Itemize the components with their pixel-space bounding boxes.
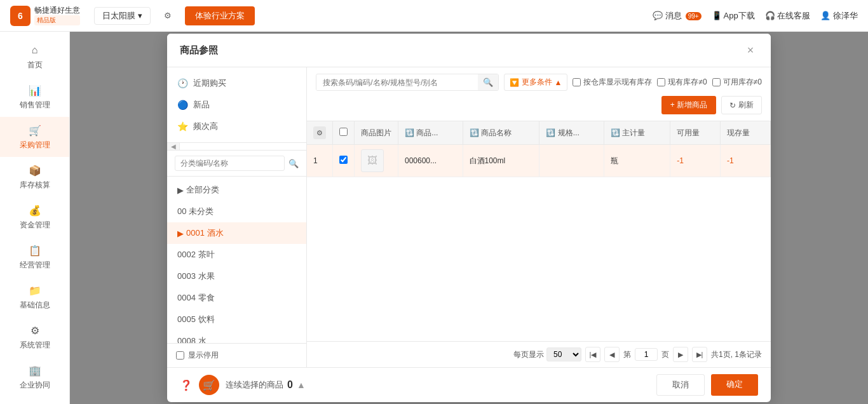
checkbox-available-text: 可用库存≠0 [723, 77, 762, 88]
add-product-button[interactable]: + 新增商品 [661, 96, 716, 114]
sidebar-item-home[interactable]: ⌂ 首页 [0, 37, 69, 77]
th-unit: 🔃 主计量 [604, 121, 670, 145]
category-0008[interactable]: 0008 水 [167, 330, 306, 343]
category-0001[interactable]: ▶ 0001 酒水 [167, 222, 306, 244]
sales-icon: 📊 [28, 83, 42, 97]
sidebar-item-inventory[interactable]: 📦 库存核算 [0, 157, 69, 197]
first-page-button[interactable]: |◀ [585, 347, 600, 362]
sidebar-item-sales[interactable]: 📊 销售管理 [0, 77, 69, 117]
checkbox-warehouse[interactable] [573, 78, 581, 86]
tab-frequent[interactable]: ⭐ 频次高 [167, 116, 306, 137]
checkbox-warehouse-label[interactable]: 按仓库显示现有库存 [573, 77, 652, 88]
checkbox-available-label[interactable]: 可用库存≠0 [712, 77, 762, 88]
modal-overlay: 商品参照 × 🕐 近期购买 🔵 [70, 32, 868, 404]
sidebar-item-finance[interactable]: 💰 资金管理 [0, 197, 69, 237]
modal-footer: ❓ 🛒 连续选择的商品 0 ▲ 取消 确定 [167, 367, 771, 402]
category-0001-arrow: ▶ [177, 229, 184, 238]
last-page-button[interactable]: ▶| [692, 347, 707, 362]
toolbar-right: + 新增商品 ↻ 刷新 [661, 96, 762, 114]
th-name: 🔃 商品名称 [463, 121, 539, 145]
sidebar-item-enterprise[interactable]: 🏢 企业协同 [0, 357, 69, 397]
modal-header: 商品参照 × [167, 34, 771, 67]
modal-close-button[interactable]: × [743, 43, 758, 58]
cart-icon[interactable]: 🛒 [199, 375, 219, 395]
sidebar-label-system: 系统管理 [20, 340, 50, 351]
category-0005[interactable]: 0005 饮料 [167, 309, 306, 330]
category-0003[interactable]: 0003 水果 [167, 266, 306, 287]
nav-app-download[interactable]: 📱 App下载 [712, 10, 755, 22]
category-search-row: 🔍 [167, 151, 306, 177]
column-settings-icon[interactable]: ⚙ [313, 126, 326, 139]
sidebar-item-system[interactable]: ⚙ 系统管理 [0, 317, 69, 357]
td-num: 1 [307, 145, 333, 177]
select-all-checkbox[interactable] [339, 128, 348, 136]
footer-expand-icon[interactable]: ▲ [297, 380, 306, 390]
page-number-input[interactable] [635, 348, 658, 361]
page-summary: 共1页, 1条记录 [711, 349, 762, 360]
display-disabled-checkbox[interactable] [176, 351, 184, 360]
logo-area: 6 畅捷通好生意 精品版 [10, 6, 86, 26]
nav-gear-icon[interactable]: ⚙ [158, 6, 177, 25]
operations-icon: 📋 [28, 243, 42, 257]
help-icon[interactable]: ❓ [180, 379, 193, 391]
cancel-button[interactable]: 取消 [656, 374, 705, 396]
selected-count: 0 [287, 379, 293, 391]
nav-cta-button[interactable]: 体验行业方案 [185, 6, 255, 25]
sidebar-item-guide[interactable]: 📖 新手引导 [0, 397, 69, 404]
sidebar-label-purchase: 采购管理 [20, 140, 50, 151]
refresh-button[interactable]: ↻ 刷新 [721, 96, 762, 114]
next-page-button[interactable]: ▶ [673, 347, 688, 362]
per-page-dropdown[interactable]: 50 100 200 [546, 347, 581, 361]
category-search-input[interactable] [175, 156, 285, 171]
row-checkbox[interactable] [339, 156, 348, 164]
recent-icon: 🕐 [177, 78, 188, 88]
category-0002[interactable]: 0002 茶叶 [167, 244, 306, 266]
category-all[interactable]: ▶ 全部分类 [167, 179, 306, 201]
category-search-icon[interactable]: 🔍 [288, 159, 299, 168]
td-code: 000600... [398, 145, 463, 177]
modal-body: 🕐 近期购买 🔵 新品 ⭐ 频次高 [167, 67, 771, 367]
left-panel-toggle[interactable]: ◀ [167, 143, 180, 150]
selected-label: 连续选择的商品 [226, 379, 283, 391]
th-available: 可用量 [670, 121, 721, 145]
nav-selector[interactable]: 日太阳膜 ▾ [94, 7, 151, 25]
table-row[interactable]: 1 🖼 [307, 145, 771, 177]
checkbox-available[interactable] [712, 78, 721, 86]
td-name: 白酒100ml [463, 145, 539, 177]
th-spec: 🔃 规格... [539, 121, 604, 145]
category-0008-label: 0008 水 [177, 335, 207, 343]
frequent-icon: ⭐ [177, 121, 188, 131]
product-lookup-modal: 商品参照 × 🕐 近期购买 🔵 [167, 34, 771, 402]
tab-new[interactable]: 🔵 新品 [167, 94, 306, 116]
checkbox-stock-text: 现有库存≠0 [668, 77, 707, 88]
sidebar-item-operations[interactable]: 📋 经营管理 [0, 237, 69, 277]
confirm-button[interactable]: 确定 [711, 374, 758, 396]
product-search-input[interactable] [316, 75, 478, 90]
category-00-label: 00 未分类 [177, 206, 214, 217]
sidebar-item-purchase[interactable]: 🛒 采购管理 [0, 117, 69, 157]
td-img: 🖼 [355, 145, 398, 177]
sidebar-item-basic[interactable]: 📁 基础信息 [0, 277, 69, 317]
checkbox-stock-label[interactable]: 现有库存≠0 [657, 77, 707, 88]
product-search-button[interactable]: 🔍 [478, 74, 498, 90]
enterprise-icon: 🏢 [28, 363, 42, 377]
filter-button[interactable]: 🔽 更多条件 ▲ [504, 74, 568, 91]
nav-service[interactable]: 🎧 在线客服 [765, 10, 811, 22]
logo-badge: 精品版 [34, 15, 80, 25]
top-nav: 6 畅捷通好生意 精品版 日太阳膜 ▾ ⚙ 体验行业方案 💬 消息 99+ 📱 … [0, 0, 868, 32]
prev-page-button[interactable]: ◀ [604, 347, 620, 362]
nav-messages[interactable]: 💬 消息 99+ [653, 10, 701, 22]
page-label: 第 [623, 349, 631, 360]
nav-user[interactable]: 👤 徐泽华 [820, 10, 858, 22]
content-area: 商品参照 × 🕐 近期购买 🔵 [70, 32, 868, 404]
category-00[interactable]: 00 未分类 [167, 201, 306, 222]
th-settings: ⚙ [307, 121, 333, 145]
home-icon: ⌂ [28, 43, 42, 57]
td-check [333, 145, 355, 177]
category-0004[interactable]: 0004 零食 [167, 287, 306, 309]
checkbox-stock[interactable] [657, 78, 665, 86]
category-0005-label: 0005 饮料 [177, 314, 215, 325]
refresh-label: 刷新 [738, 100, 754, 111]
tab-recent[interactable]: 🕐 近期购买 [167, 72, 306, 94]
sidebar-label-home: 首页 [27, 60, 43, 71]
